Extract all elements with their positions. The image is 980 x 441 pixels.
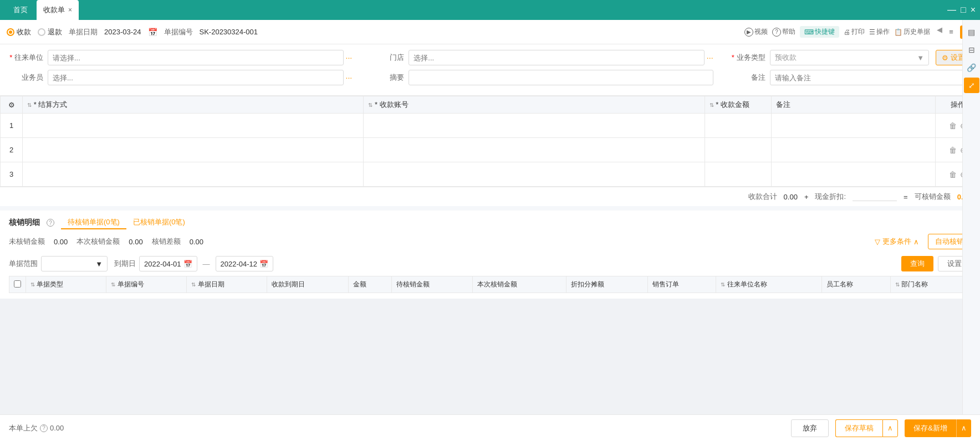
query-btn[interactable]: 查询 [901,256,933,271]
refund-radio[interactable]: 退款 [38,27,62,37]
save-arrow-btn[interactable]: ∧ [956,419,971,437]
range-label: 单据范围 [9,259,38,269]
video-label: 视频 [754,27,768,37]
sidebar-icon-expand[interactable]: ⤢ [964,78,979,93]
store-input[interactable] [409,50,705,65]
row-amount-3[interactable] [705,162,771,187]
history-label: 历史单据 [904,27,930,37]
tab-home[interactable]: 首页 [4,0,37,20]
col-date-header: ⇅ 单据日期 [187,276,267,293]
plus-sign: + [804,193,809,201]
store-more-btn[interactable]: ··· [707,53,713,62]
date-label: 单据日期 [69,27,98,37]
row-settlement-2[interactable] [23,138,364,162]
hexiao-info-icon[interactable]: ? [47,219,54,227]
row-settlement-1[interactable] [23,114,364,138]
customer-more-btn[interactable]: ··· [346,53,353,62]
sidebar-icon-link[interactable]: 🔗 [964,60,979,75]
col-number-header: ⇅ 单据编号 [106,276,187,293]
date-from-picker[interactable]: 2022-04-01 📅 [139,256,197,271]
summary-input[interactable] [409,70,713,85]
delete-icon-1[interactable]: 🗑 [949,121,957,130]
more-filter-btn[interactable]: ▽ 更多条件 ∧ [875,237,919,247]
row-amount-2[interactable] [705,138,771,162]
col-setting-header[interactable]: ⚙ [1,96,23,114]
amount-label: 本单上欠 [9,423,38,433]
help-btn[interactable]: ? 帮助 [772,27,795,37]
amount-info-icon[interactable]: ? [40,424,48,432]
tab-active-label: 收款单 [43,5,65,15]
history-btn[interactable]: 📋 历史单据 [894,27,930,37]
salesperson-label: 业务员 [9,73,48,83]
biz-type-select[interactable]: 预收款 ▼ [770,50,929,65]
salesperson-input[interactable] [48,70,344,85]
date-from-value: 2022-04-01 [144,260,181,268]
maximize-btn[interactable]: □ [961,5,966,15]
chevron-up-icon: ∧ [913,238,919,246]
tab-pending[interactable]: 待核销单据(0笔) [61,216,126,229]
range-select[interactable]: ▼ [41,256,108,271]
form-area: 往来单位 ··· 门店 ··· 业务类型 预收款 ▼ ⚙ 设置 业务员 ··· [0,44,980,96]
prev-icon[interactable]: ◀ [937,25,942,39]
list-view-btn[interactable]: ≡ [945,25,958,39]
amount-info: 本单上欠 ? 0.00 [9,423,64,433]
row-amount-1[interactable] [705,114,771,138]
col-checkbox-header [9,276,26,293]
table-row: 1 🗑 ⊕ [1,114,980,138]
form-row-1: 往来单位 ··· 门店 ··· 业务类型 预收款 ▼ ⚙ 设置 [9,50,971,65]
table-row: 2 🗑 ⊕ [1,138,980,162]
video-btn[interactable]: ▶ 视频 [744,27,768,37]
current-value: 0.00 [129,238,142,246]
minimize-btn[interactable]: — [947,5,956,15]
draft-btn[interactable]: 保存草稿 [835,419,882,437]
row-note-3[interactable] [771,162,935,187]
date-picker-icon[interactable]: 📅 [148,28,157,37]
print-icon: 🖨 [844,28,850,36]
receipt-refund-group: 收款 退款 [7,27,62,37]
history-icon: 📋 [894,28,902,36]
save-btn[interactable]: 保存&新增 [905,419,956,437]
salesperson-more-btn[interactable]: ··· [346,73,353,82]
actions-btn[interactable]: ☰ 操作 [869,27,890,37]
shortcut-btn[interactable]: ⌨ 快捷键 [800,26,839,38]
row-account-2[interactable] [364,138,705,162]
setting-gear-icon: ⚙ [8,101,15,109]
draft-arrow-btn[interactable]: ∧ [882,419,898,437]
biz-type-value: 预收款 [775,53,917,63]
tab-close-icon[interactable]: × [68,6,72,14]
delete-icon-3[interactable]: 🗑 [949,170,957,179]
print-btn[interactable]: 🖨 打印 [844,27,865,37]
receipt-label: 收款 [17,27,31,37]
col-employee-header: 员工名称 [822,276,891,293]
sort-icon-store: ⇅ [895,281,900,288]
tab-done[interactable]: 已核销单据(0笔) [126,216,192,229]
note-input[interactable] [770,70,971,85]
draft-btn-group: 保存草稿 ∧ [835,419,898,437]
select-all-checkbox[interactable] [14,280,21,288]
sort-icon-customer: ⇅ [721,281,725,288]
date-separator: — [203,260,210,268]
discount-input[interactable] [853,192,897,201]
row-settlement-3[interactable] [23,162,364,187]
receipt-table: ⚙ ⇅ * 结算方式 ⇅ * 收款账号 ⇅ * 收款金额 备注 [0,96,980,187]
range-arrow-icon: ▼ [95,260,103,268]
close-btn[interactable]: × [971,5,976,15]
customer-input[interactable] [48,50,344,65]
sort-icon-type: ⇅ [30,281,35,288]
note-field: 备注 [731,70,971,85]
row-account-1[interactable] [364,114,705,138]
receipt-radio[interactable]: 收款 [7,27,31,37]
shortcut-label: 快捷键 [815,27,835,37]
form-row-2: 业务员 ··· 摘要 备注 [9,70,971,85]
abandon-btn[interactable]: 放弃 [791,419,829,437]
sidebar-icon-table[interactable]: ▤ [964,24,979,40]
date-to-picker[interactable]: 2022-04-12 📅 [216,256,274,271]
row-note-1[interactable] [771,114,935,138]
delete-icon-2[interactable]: 🗑 [949,146,957,155]
hexiao-section: 核销明细 ? 待核销单据(0笔) 已核销单据(0笔) 未核销金额 0.00 本次… [0,211,980,299]
row-account-3[interactable] [364,162,705,187]
row-note-2[interactable] [771,138,935,162]
save-arrow-icon: ∧ [961,424,967,432]
sidebar-icon-doc[interactable]: ⊟ [964,42,979,58]
tab-active[interactable]: 收款单 × [37,0,79,20]
